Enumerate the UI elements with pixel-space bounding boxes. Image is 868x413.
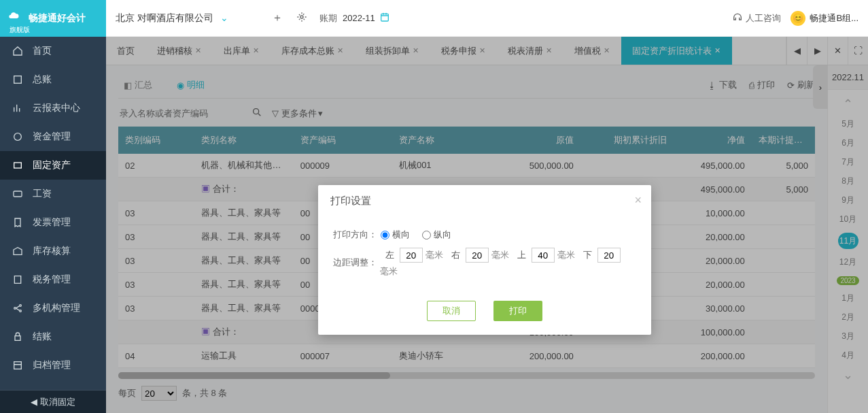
topbar: 北京 对啊酒店有限公司 ⌄ ＋ 账期 2022-11 人工咨询 😊 畅捷通B组.…	[106, 0, 868, 37]
cancel-button[interactable]: 取消	[427, 301, 476, 321]
sidebar-item-multiorg[interactable]: 多机构管理	[0, 294, 106, 323]
radio-horizontal[interactable]	[381, 231, 389, 239]
sidebar-item-close[interactable]: 结账	[0, 323, 106, 351]
company-name: 北京 对啊酒店有限公司	[116, 12, 213, 23]
sidebar-item-inventory[interactable]: 库存核算	[0, 237, 106, 265]
period-label: 账期	[319, 12, 337, 24]
svg-point-5	[20, 305, 22, 307]
svg-rect-0	[14, 76, 22, 84]
unit: 毫米	[557, 249, 575, 261]
margin-top-label: 上	[517, 249, 526, 261]
sidebar-item-label: 工资	[33, 188, 52, 200]
sidebar: 首页 总账 云报表中心 资金管理 固定资产 工资 发票管理 库存核算 税务管理 …	[0, 37, 106, 413]
margin-right-label: 右	[451, 249, 460, 261]
ledger-icon	[12, 74, 24, 85]
archive-icon	[12, 360, 24, 371]
margin-right-input[interactable]	[466, 248, 489, 263]
close-icon[interactable]: ×	[634, 193, 642, 208]
svg-point-4	[14, 308, 16, 310]
margin-bottom-input[interactable]	[597, 248, 621, 263]
margin-left-label: 左	[385, 249, 394, 261]
org-icon	[12, 303, 24, 314]
tax-icon	[12, 274, 24, 285]
margin-label: 边距调整：	[333, 257, 380, 269]
margin-bottom-label: 下	[583, 249, 592, 261]
home-icon	[12, 46, 24, 56]
inventory-icon	[12, 246, 24, 257]
period-value[interactable]: 2022-11	[343, 13, 375, 23]
cloud-icon	[8, 10, 24, 27]
svg-rect-11	[381, 14, 388, 21]
chevron-down-icon: ⌄	[220, 12, 228, 23]
collapse-icon: ◀	[31, 397, 37, 407]
orientation-horizontal[interactable]: 横向	[381, 229, 410, 241]
sidebar-item-label: 首页	[33, 45, 52, 57]
sidebar-item-label: 归档管理	[33, 359, 71, 371]
sidebar-item-salary[interactable]: 工资	[0, 180, 106, 208]
invoice-icon	[12, 217, 24, 228]
lock-icon	[12, 331, 24, 342]
salary-icon	[12, 188, 24, 199]
svg-rect-3	[14, 191, 22, 197]
svg-point-1	[14, 133, 22, 141]
svg-point-6	[20, 310, 22, 312]
sidebar-item-label: 结账	[33, 331, 52, 343]
sidebar-item-label: 固定资产	[33, 159, 71, 171]
margin-left-input[interactable]	[400, 248, 423, 263]
margin-top-input[interactable]	[532, 248, 555, 263]
print-confirm-button[interactable]: 打印	[493, 301, 542, 321]
brand: 畅捷通好会计 旗舰版	[0, 0, 106, 37]
sidebar-item-funds[interactable]: 资金管理	[0, 122, 106, 151]
print-settings-modal: 打印设置 × 打印方向： 横向 纵向 边距调整： 左 毫米 右 毫米 上 毫米 …	[318, 185, 651, 335]
orientation-label: 打印方向：	[333, 229, 381, 241]
unit: 毫米	[426, 249, 443, 261]
user-name: 畅捷通B组...	[810, 12, 858, 24]
company-selector[interactable]: 北京 对啊酒店有限公司 ⌄	[116, 12, 265, 24]
add-button[interactable]: ＋	[272, 11, 283, 25]
sidebar-item-invoice[interactable]: 发票管理	[0, 208, 106, 237]
sidebar-item-label: 资金管理	[33, 131, 71, 143]
sidebar-item-label: 云报表中心	[33, 102, 80, 114]
sidebar-item-label: 库存核算	[33, 245, 71, 257]
money-icon	[12, 131, 24, 142]
svg-rect-2	[14, 163, 22, 168]
svg-point-10	[300, 16, 303, 18]
sidebar-item-tax[interactable]: 税务管理	[0, 265, 106, 294]
headset-icon	[732, 12, 743, 24]
orientation-row: 打印方向： 横向 纵向	[333, 229, 636, 241]
brand-edition: 旗舰版	[10, 25, 30, 35]
user-menu[interactable]: 😊 畅捷通B组...	[791, 11, 858, 26]
consult-link[interactable]: 人工咨询	[732, 12, 781, 24]
modal-title: 打印设置	[330, 195, 371, 206]
sidebar-cancel-label: 取消固定	[40, 396, 75, 408]
sidebar-item-label: 总账	[33, 73, 52, 86]
sidebar-item-label: 税务管理	[33, 274, 71, 286]
asset-icon	[12, 160, 24, 171]
unit: 毫米	[380, 265, 398, 278]
svg-rect-7	[15, 336, 20, 341]
modal-header: 打印设置 ×	[318, 185, 651, 218]
unit: 毫米	[491, 249, 509, 261]
sidebar-cancel-pin[interactable]: ◀取消固定	[0, 390, 106, 413]
svg-rect-9	[14, 365, 22, 369]
settings-button[interactable]	[296, 12, 307, 25]
sidebar-item-archive[interactable]: 归档管理	[0, 351, 106, 380]
consult-label: 人工咨询	[746, 12, 781, 24]
sidebar-item-label: 多机构管理	[33, 302, 80, 314]
sidebar-item-home[interactable]: 首页	[0, 37, 106, 65]
margin-row: 边距调整： 左 毫米 右 毫米 上 毫米 下 毫米	[333, 248, 636, 278]
orientation-vertical[interactable]: 纵向	[422, 229, 451, 241]
sidebar-item-fixed-assets[interactable]: 固定资产	[0, 151, 106, 180]
chart-icon	[12, 103, 24, 114]
radio-vertical[interactable]	[422, 231, 431, 239]
sidebar-item-reports[interactable]: 云报表中心	[0, 94, 106, 122]
avatar: 😊	[791, 11, 805, 26]
calendar-icon[interactable]	[379, 12, 390, 24]
brand-name: 畅捷通好会计	[29, 12, 86, 24]
sidebar-item-label: 发票管理	[33, 216, 71, 229]
sidebar-item-ledger[interactable]: 总账	[0, 65, 106, 94]
